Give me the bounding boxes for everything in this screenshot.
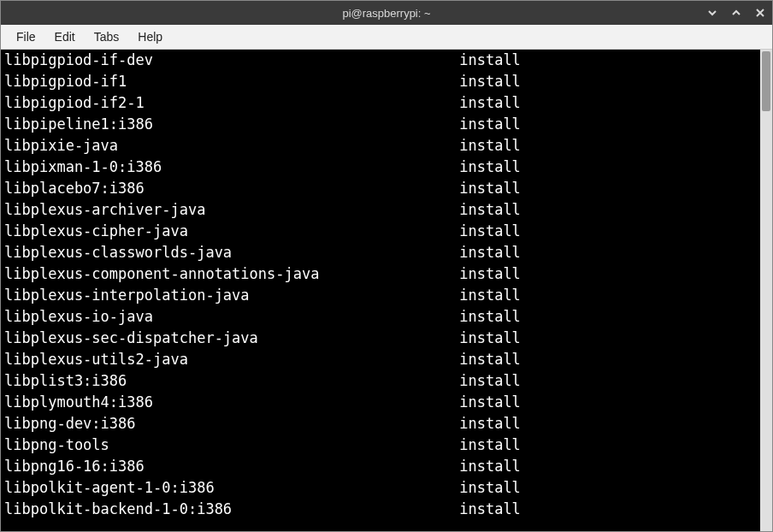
terminal-line: libplist3:i386 install: [4, 370, 757, 392]
terminal-line: libpng16-16:i386 install: [4, 456, 757, 477]
window-title: pi@raspberrypi: ~: [342, 7, 430, 20]
terminal-line: libplexus-classworlds-java install: [4, 242, 757, 263]
terminal-line: libplacebo7:i386 install: [4, 178, 757, 199]
terminal-line: libplymouth4:i386 install: [4, 392, 757, 413]
terminal-line: libpolkit-agent-1-0:i386 install: [4, 477, 757, 499]
menu-help[interactable]: Help: [129, 27, 171, 46]
maximize-button[interactable]: [729, 6, 743, 20]
minimize-button[interactable]: [705, 6, 719, 20]
menu-tabs[interactable]: Tabs: [86, 27, 128, 46]
terminal-window: pi@raspberrypi: ~ FileEditTabsHelp libp: [0, 0, 773, 532]
scrollbar-thumb[interactable]: [762, 51, 770, 111]
terminal-line: libpixman-1-0:i386 install: [4, 157, 757, 178]
terminal-line: libplexus-interpolation-java install: [4, 285, 757, 306]
titlebar[interactable]: pi@raspberrypi: ~: [1, 1, 772, 25]
terminal-line: libplexus-component-annotations-java ins…: [4, 263, 757, 285]
close-button[interactable]: [753, 6, 767, 20]
terminal-line: libpixie-java install: [4, 135, 757, 157]
terminal-line: libpolkit-backend-1-0:i386 install: [4, 499, 757, 520]
terminal-line: libplexus-cipher-java install: [4, 221, 757, 242]
terminal-output[interactable]: libpigpiod-if-dev installlibpigpiod-if1 …: [1, 50, 760, 531]
terminal-line: libplexus-utils2-java install: [4, 349, 757, 370]
terminal-area: libpigpiod-if-dev installlibpigpiod-if1 …: [1, 50, 772, 531]
menu-edit[interactable]: Edit: [46, 27, 84, 46]
terminal-line: libplexus-io-java install: [4, 306, 757, 328]
scrollbar[interactable]: [760, 50, 772, 531]
chevron-down-icon: [707, 8, 717, 18]
terminal-line: libplexus-sec-dispatcher-java install: [4, 328, 757, 349]
terminal-line: libpigpiod-if2-1 install: [4, 92, 757, 114]
terminal-line: libpigpiod-if-dev install: [4, 50, 757, 71]
terminal-line: libplexus-archiver-java install: [4, 199, 757, 221]
chevron-up-icon: [731, 8, 741, 18]
window-controls: [705, 1, 767, 25]
terminal-line: libpigpiod-if1 install: [4, 71, 757, 92]
close-icon: [755, 8, 765, 18]
terminal-line: libpipeline1:i386 install: [4, 114, 757, 135]
menubar: FileEditTabsHelp: [1, 25, 772, 50]
terminal-line: libpng-dev:i386 install: [4, 413, 757, 434]
menu-file[interactable]: File: [8, 27, 44, 46]
terminal-line: libpng-tools install: [4, 434, 757, 456]
